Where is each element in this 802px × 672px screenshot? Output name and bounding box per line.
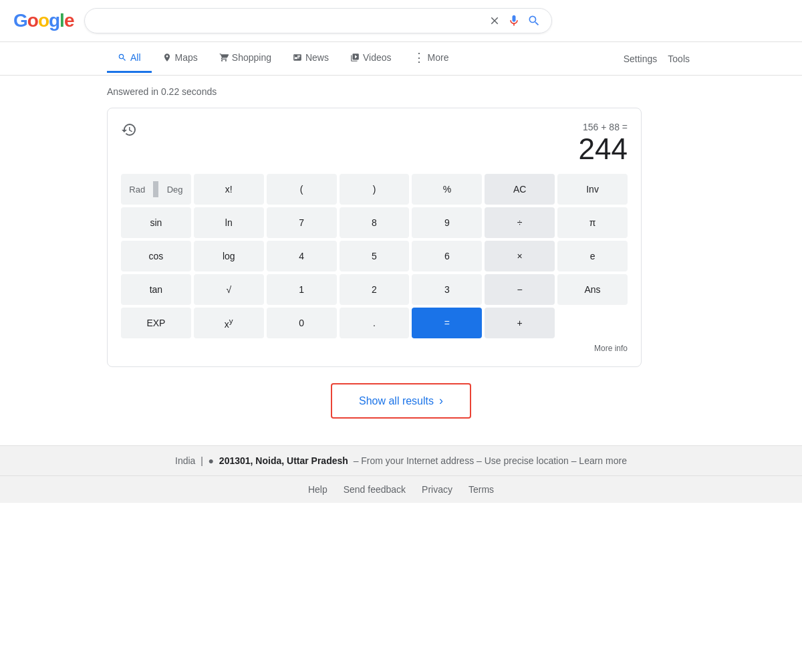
footer-country: India (175, 455, 195, 466)
footer-feedback[interactable]: Send feedback (344, 484, 406, 495)
calc-btn-inv[interactable]: Inv (557, 174, 628, 205)
calc-btn-sin[interactable]: sin (121, 207, 191, 238)
calc-btn-open-paren[interactable]: ( (267, 174, 337, 205)
history-button[interactable] (121, 122, 137, 141)
shopping-tab-icon (219, 53, 229, 62)
calc-btn-e[interactable]: e (557, 241, 628, 271)
calc-btn-divide[interactable]: ÷ (485, 207, 555, 238)
tab-all-label: All (130, 52, 141, 63)
google-logo: Google (13, 10, 74, 31)
history-icon (121, 122, 137, 138)
main-content: Answered in 0.22 seconds 156 + 88 = 244 … (0, 76, 802, 445)
calc-btn-cos[interactable]: cos (121, 241, 191, 271)
nav-tabs: All Maps Shopping News Videos ⋮ More Set… (0, 42, 802, 76)
footer-terms[interactable]: Terms (469, 484, 494, 495)
settings-link[interactable]: Settings (618, 45, 663, 72)
tab-news-label: News (305, 52, 329, 63)
calc-btn-pi[interactable]: π (557, 207, 628, 238)
rad-label: Rad (121, 177, 153, 203)
calc-btn-0[interactable]: 0 (267, 308, 337, 338)
tools-link[interactable]: Tools (662, 45, 695, 72)
deg-label: Deg (158, 177, 190, 203)
tab-all[interactable]: All (107, 44, 152, 73)
search-icon (527, 14, 541, 27)
tab-maps-label: Maps (175, 52, 198, 63)
calc-btn-log[interactable]: log (194, 241, 264, 271)
tab-more[interactable]: ⋮ More (402, 42, 460, 75)
rad-deg-toggle[interactable]: Rad Deg (121, 174, 191, 205)
calc-btn-7[interactable]: 7 (267, 207, 337, 238)
show-all-button[interactable]: Show all results › (331, 383, 471, 419)
calc-btn-sqrt[interactable]: √ (194, 274, 264, 305)
show-all-label: Show all results (359, 395, 434, 407)
calc-btn-ln[interactable]: ln (194, 207, 264, 238)
footer-address: 201301, Noida, Uttar Pradesh (219, 455, 348, 466)
calc-btn-add[interactable]: + (485, 308, 555, 338)
tab-shopping-label: Shopping (232, 52, 271, 63)
footer-location: India | ● 201301, Noida, Uttar Pradesh –… (0, 445, 802, 475)
calc-btn-close-paren[interactable]: ) (340, 174, 410, 205)
mic-button[interactable] (507, 14, 521, 27)
calc-expr-text: 156 + 88 = (579, 122, 628, 132)
more-info-link[interactable]: More info (121, 344, 628, 353)
calc-btn-tan[interactable]: tan (121, 274, 191, 305)
news-tab-icon (293, 53, 302, 62)
calc-btn-5[interactable]: 5 (340, 241, 410, 271)
calc-btn-8[interactable]: 8 (340, 207, 410, 238)
calc-btn-ans[interactable]: Ans (557, 274, 628, 305)
header: Google 156+88 (0, 0, 802, 42)
clear-button[interactable] (489, 15, 501, 27)
maps-tab-icon (162, 53, 172, 62)
tab-shopping[interactable]: Shopping (209, 44, 282, 73)
search-button[interactable] (527, 14, 541, 27)
calc-btn-2[interactable]: 2 (340, 274, 410, 305)
calc-btn-9[interactable]: 9 (412, 207, 482, 238)
calc-btn-percent[interactable]: % (412, 174, 482, 205)
calculator-grid: Rad Deg x! ( ) % AC Inv sin ln 7 8 9 ÷ π… (121, 174, 628, 338)
calc-btn-ac[interactable]: AC (485, 174, 555, 205)
videos-tab-icon (350, 53, 360, 62)
show-all-container: Show all results › (107, 383, 695, 419)
calc-btn-4[interactable]: 4 (267, 241, 337, 271)
tab-videos-label: Videos (363, 52, 392, 63)
tab-videos[interactable]: Videos (340, 44, 402, 73)
separator (153, 181, 158, 197)
footer-privacy[interactable]: Privacy (422, 484, 452, 495)
calc-btn-power[interactable]: xy (194, 308, 264, 338)
chevron-right-icon: › (439, 394, 443, 408)
calc-btn-multiply[interactable]: × (485, 241, 555, 271)
tab-more-label: More (428, 52, 449, 63)
calc-result: 244 (579, 132, 628, 166)
tab-news[interactable]: News (282, 44, 340, 73)
answered-text: Answered in 0.22 seconds (107, 86, 695, 97)
footer-links: Help Send feedback Privacy Terms (0, 475, 802, 503)
search-tab-icon (118, 53, 127, 62)
calculator-card: 156 + 88 = 244 Rad Deg x! ( ) % AC Inv s… (107, 108, 642, 367)
more-dots: ⋮ (413, 50, 424, 65)
search-bar: 156+88 (84, 8, 552, 33)
footer-dot: ● (209, 455, 214, 466)
calc-btn-subtract[interactable]: − (485, 274, 555, 305)
calc-btn-dot[interactable]: . (340, 308, 410, 338)
tab-maps[interactable]: Maps (152, 44, 209, 73)
calc-expression: 156 + 88 = 244 (579, 122, 628, 166)
footer-help[interactable]: Help (308, 484, 327, 495)
clear-icon (489, 15, 501, 27)
footer-location-text: – From your Internet address – Use preci… (354, 455, 627, 466)
calc-btn-6[interactable]: 6 (412, 241, 482, 271)
search-input[interactable]: 156+88 (96, 15, 482, 27)
calc-btn-factorial[interactable]: x! (194, 174, 264, 205)
calc-btn-equals[interactable]: = (412, 308, 482, 338)
mic-icon (507, 14, 521, 27)
calc-btn-exp[interactable]: EXP (121, 308, 191, 338)
calc-btn-3[interactable]: 3 (412, 274, 482, 305)
calc-btn-1[interactable]: 1 (267, 274, 337, 305)
